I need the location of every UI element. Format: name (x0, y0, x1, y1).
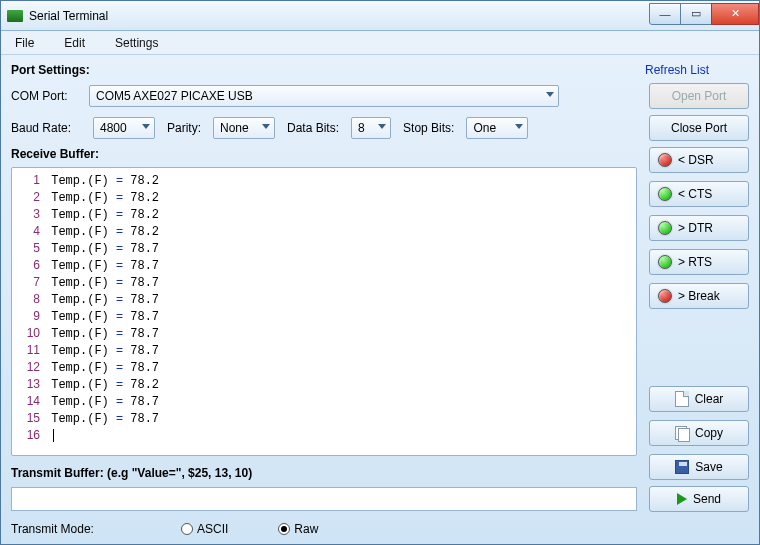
send-button[interactable]: Send (649, 486, 749, 512)
save-button[interactable]: Save (649, 454, 749, 480)
close-button[interactable]: ✕ (711, 3, 759, 25)
stopbits-label: Stop Bits: (403, 121, 454, 135)
break-led-icon (658, 289, 672, 303)
parity-combo[interactable]: None (213, 117, 275, 139)
dsr-button[interactable]: < DSR (649, 147, 749, 173)
dtr-led-icon (658, 221, 672, 235)
clear-button[interactable]: Clear (649, 386, 749, 412)
chevron-down-icon (378, 124, 386, 129)
rts-led-icon (658, 255, 672, 269)
baud-rate-label: Baud Rate: (11, 121, 81, 135)
baud-rate-combo[interactable]: 4800 (93, 117, 155, 139)
app-window: Serial Terminal — ▭ ✕ File Edit Settings… (0, 0, 760, 545)
titlebar[interactable]: Serial Terminal — ▭ ✕ (1, 1, 759, 31)
stopbits-combo[interactable]: One (466, 117, 528, 139)
parity-label: Parity: (167, 121, 201, 135)
dsr-led-icon (658, 153, 672, 167)
receive-buffer-heading: Receive Buffer: (11, 147, 637, 161)
cts-button[interactable]: < CTS (649, 181, 749, 207)
com-port-value: COM5 AXE027 PICAXE USB (96, 89, 253, 103)
menu-settings[interactable]: Settings (109, 34, 164, 52)
menu-edit[interactable]: Edit (58, 34, 91, 52)
menu-file[interactable]: File (9, 34, 40, 52)
menubar: File Edit Settings (1, 31, 759, 55)
break-button[interactable]: > Break (649, 283, 749, 309)
minimize-button[interactable]: — (649, 3, 681, 25)
receive-buffer-terminal[interactable]: 1 Temp.(F) = 78.2 2 Temp.(F) = 78.2 3 Te… (11, 167, 637, 456)
transmit-input[interactable] (11, 487, 637, 511)
window-title: Serial Terminal (29, 9, 650, 23)
refresh-list-link[interactable]: Refresh List (645, 63, 709, 77)
copy-icon (675, 426, 689, 440)
ascii-radio[interactable]: ASCII (181, 522, 228, 536)
copy-button[interactable]: Copy (649, 420, 749, 446)
cts-led-icon (658, 187, 672, 201)
open-port-button[interactable]: Open Port (649, 83, 749, 109)
port-settings-heading: Port Settings: (11, 63, 90, 77)
maximize-button[interactable]: ▭ (680, 3, 712, 25)
rts-button[interactable]: > RTS (649, 249, 749, 275)
chevron-down-icon (515, 124, 523, 129)
app-icon (7, 10, 23, 22)
dtr-button[interactable]: > DTR (649, 215, 749, 241)
play-icon (677, 493, 687, 505)
databits-combo[interactable]: 8 (351, 117, 391, 139)
databits-label: Data Bits: (287, 121, 339, 135)
chevron-down-icon (262, 124, 270, 129)
close-port-button[interactable]: Close Port (649, 115, 749, 141)
document-icon (675, 391, 689, 407)
transmit-buffer-heading: Transmit Buffer: (e.g "Value=", $25, 13,… (11, 466, 637, 480)
save-icon (675, 460, 689, 474)
radio-icon (278, 523, 290, 535)
chevron-down-icon (142, 124, 150, 129)
com-port-label: COM Port: (11, 89, 81, 103)
chevron-down-icon (546, 92, 554, 97)
raw-radio[interactable]: Raw (278, 522, 318, 536)
transmit-mode-label: Transmit Mode: (11, 522, 131, 536)
radio-icon (181, 523, 193, 535)
com-port-combo[interactable]: COM5 AXE027 PICAXE USB (89, 85, 559, 107)
